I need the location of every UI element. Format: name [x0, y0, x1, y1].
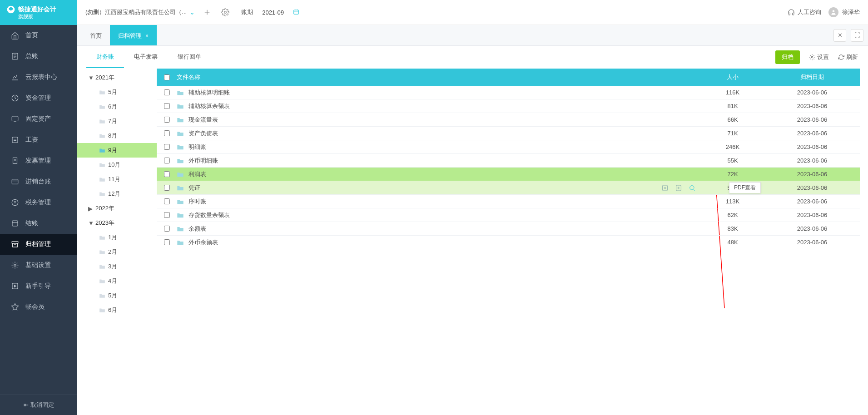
tree-month[interactable]: 8月: [77, 128, 157, 143]
tree-month[interactable]: 3月: [77, 259, 157, 274]
tax-icon: [11, 198, 19, 207]
download-excel-icon[interactable]: [661, 184, 669, 192]
nav-item-label: 税务管理: [25, 198, 51, 207]
archive-button[interactable]: 归档: [775, 50, 800, 64]
tree-year[interactable]: ▶2022年: [77, 201, 157, 216]
period-value[interactable]: 2021-09: [262, 9, 284, 16]
tree-month[interactable]: 11月: [77, 172, 157, 187]
calendar-icon[interactable]: [293, 9, 299, 16]
tree-month[interactable]: 12月: [77, 187, 157, 201]
sidebar-unpin[interactable]: ⇤取消固定: [0, 394, 77, 415]
table-row[interactable]: 明细账246K2023-06-06: [157, 140, 860, 154]
settings-link-label: 设置: [817, 53, 829, 61]
archive-icon: [11, 240, 19, 248]
subtab[interactable]: 电子发票: [124, 46, 168, 68]
row-checkbox[interactable]: [164, 158, 170, 163]
row-checkbox[interactable]: [164, 89, 170, 95]
nav-item-invoice[interactable]: 发票管理: [0, 150, 77, 171]
settings-link[interactable]: 设置: [809, 53, 829, 61]
user-menu[interactable]: 徐泽华: [828, 7, 860, 17]
nav-item-archive[interactable]: 归档管理: [0, 234, 77, 255]
topbar-settings-icon[interactable]: [219, 6, 231, 18]
folder-icon: [177, 185, 184, 191]
nav-item-ledger[interactable]: 总账: [0, 46, 77, 67]
close-icon[interactable]: ×: [145, 33, 149, 39]
table-row[interactable]: 辅助核算余额表81K2023-06-06: [157, 99, 860, 113]
nav-item-member[interactable]: 畅会员: [0, 296, 77, 317]
table-row[interactable]: 序时账113K2023-06-06: [157, 195, 860, 208]
page-tab-label: 首页: [90, 32, 102, 40]
nav-item-guide[interactable]: 新手引导: [0, 276, 77, 296]
table-row[interactable]: 辅助核算明细账116K2023-06-06: [157, 86, 860, 99]
tree-month[interactable]: 2月: [77, 245, 157, 259]
page-tab-label: 归档管理: [118, 32, 142, 40]
row-checkbox[interactable]: [164, 239, 170, 245]
file-table: 文件名称 大小 归档日期 辅助核算明细账116K2023-06-06辅助核算余额…: [157, 69, 860, 407]
nav-item-purchase[interactable]: 进销台账: [0, 171, 77, 192]
archive-date: 2023-06-06: [764, 143, 860, 150]
folder-icon: [177, 89, 184, 96]
page-tab[interactable]: 归档管理×: [110, 25, 157, 45]
nav-item-tax[interactable]: 税务管理: [0, 192, 77, 213]
nav-item-fund[interactable]: 资金管理: [0, 88, 77, 109]
file-name: 资产负债表: [188, 129, 218, 138]
file-size: 113K: [701, 198, 764, 205]
row-checkbox[interactable]: [164, 117, 170, 123]
close-all-tabs[interactable]: ✕: [833, 29, 846, 42]
row-checkbox[interactable]: [164, 212, 170, 218]
nav-item-closing[interactable]: 结账: [0, 213, 77, 234]
guide-icon: [11, 282, 19, 290]
header-name: 文件名称: [177, 73, 701, 81]
folder-icon: [99, 293, 105, 298]
tree-month[interactable]: 6月: [77, 99, 157, 114]
nav-item-home[interactable]: 首页: [0, 25, 77, 46]
table-row[interactable]: 资产负债表71K2023-06-06: [157, 127, 860, 140]
archive-date: 2023-06-06: [764, 171, 860, 178]
tree-month[interactable]: 1月: [77, 230, 157, 245]
row-checkbox[interactable]: [164, 130, 170, 136]
tree-month[interactable]: 5月: [77, 85, 157, 99]
nav-item-salary[interactable]: 工资: [0, 129, 77, 150]
tree-month[interactable]: 4月: [77, 274, 157, 288]
row-checkbox[interactable]: [164, 144, 170, 150]
table-row[interactable]: 余额表83K2023-06-06: [157, 222, 860, 236]
add-button[interactable]: [201, 6, 213, 18]
table-row[interactable]: 利润表72K2023-06-06: [157, 168, 860, 181]
file-size: 62K: [701, 212, 764, 218]
page-tab[interactable]: 首页: [82, 25, 110, 45]
row-checkbox[interactable]: [164, 171, 170, 177]
archive-date: 2023-06-06: [764, 116, 860, 123]
table-row[interactable]: 存货数量余额表62K2023-06-06: [157, 208, 860, 222]
table-row[interactable]: 外币余额表48K2023-06-06: [157, 236, 860, 249]
view-pdf-icon[interactable]: [688, 184, 696, 192]
row-checkbox[interactable]: [164, 226, 170, 232]
download-pdf-icon[interactable]: [675, 184, 683, 192]
company-selector[interactable]: (勿删）江西服宝精品有限责任公司（... ⌄: [85, 8, 195, 16]
table-row[interactable]: 现金流量表66K2023-06-06: [157, 113, 860, 127]
table-row[interactable]: 凭证53K2023-06-06PDF查看: [157, 181, 860, 195]
tree-month-label: 5月: [108, 88, 117, 96]
tree-year[interactable]: ▼2021年: [77, 70, 157, 85]
tree-month[interactable]: 10月: [77, 158, 157, 172]
row-checkbox[interactable]: [164, 198, 170, 204]
table-row[interactable]: 外币明细账55K2023-06-06: [157, 154, 860, 168]
nav-item-asset[interactable]: 固定资产: [0, 109, 77, 129]
archive-date: 2023-06-06: [764, 103, 860, 109]
tree-month[interactable]: 9月: [77, 143, 157, 158]
svg-rect-6: [12, 221, 18, 226]
refresh-link[interactable]: 刷新: [838, 53, 858, 61]
row-checkbox[interactable]: [164, 103, 170, 109]
support-link[interactable]: 人工咨询: [788, 8, 821, 16]
tree-year[interactable]: ▼2023年: [77, 216, 157, 230]
subtab[interactable]: 财务账: [86, 46, 124, 68]
subtab[interactable]: 银行回单: [168, 46, 211, 68]
select-all-checkbox[interactable]: [164, 74, 170, 80]
row-checkbox[interactable]: [164, 185, 170, 191]
tree-month[interactable]: 7月: [77, 114, 157, 128]
tree-month[interactable]: 6月: [77, 303, 157, 317]
nav-item-label: 基础设置: [25, 261, 51, 269]
tree-month[interactable]: 5月: [77, 288, 157, 303]
nav-item-cloud-report[interactable]: 云报表中心: [0, 67, 77, 88]
nav-item-settings[interactable]: 基础设置: [0, 255, 77, 276]
fullscreen-toggle[interactable]: ⛶: [851, 29, 863, 42]
